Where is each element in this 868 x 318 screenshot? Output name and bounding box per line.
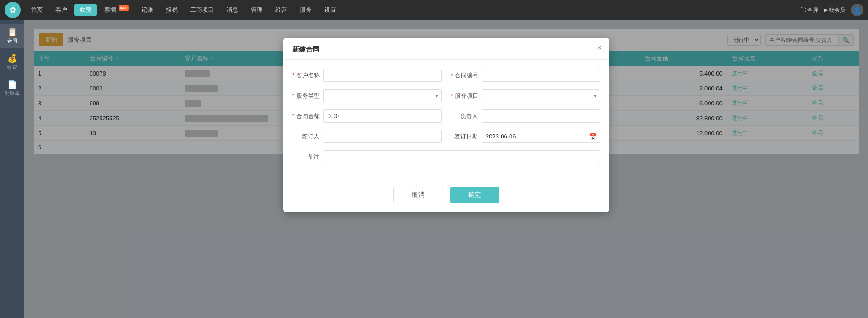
top-navigation: ✿ 首页 客户 收费 票据 new 记账 报税 工商项目 消息 管理 经营 服务… (0, 0, 868, 20)
nav-right: ⛶ 全屏 ▶ 畅会员 👤 (800, 4, 863, 16)
field-responsible-person: 负责人 (451, 109, 600, 123)
sidebar-item-billing[interactable]: 💰 收费 (0, 51, 24, 74)
nav-item-message[interactable]: 消息 (221, 4, 244, 16)
nav-item-invoice[interactable]: 票据 new (99, 4, 134, 16)
avatar[interactable]: 👤 (851, 4, 863, 16)
member-button[interactable]: ▶ 畅会员 (824, 6, 845, 14)
nav-item-business[interactable]: 工商项目 (185, 4, 219, 16)
modal-footer: 取消 确定 (283, 180, 609, 212)
left-sidebar: 📋 合同 💰 收费 📄 对账单 (0, 20, 24, 318)
form-row-4: 签订人 签订日期 📅 (292, 130, 600, 143)
modal-overlay: 新建合同 ✕ 客户名称 合同编号 (24, 20, 868, 318)
remarks-label: 备注 (292, 153, 319, 161)
responsible-person-label: 负责人 (451, 112, 478, 120)
billing-icon: 💰 (7, 54, 17, 62)
contract-no-label: 合同编号 (451, 71, 478, 80)
nav-items: 首页 客户 收费 票据 new 记账 报税 工商项目 消息 管理 经营 服务 设… (25, 4, 800, 16)
sidebar-item-statement-label: 对账单 (5, 90, 20, 97)
fullscreen-icon: ⛶ (800, 7, 806, 13)
form-row-5: 备注 (292, 150, 600, 163)
modal-body: 客户名称 合同编号 服务类型 (283, 60, 609, 180)
service-type-select[interactable] (323, 89, 442, 102)
nav-item-billing[interactable]: 收费 (74, 4, 97, 16)
member-icon: ▶ (824, 7, 828, 13)
modal-title: 新建合同 (283, 38, 609, 60)
service-item-select-wrapper (482, 89, 600, 102)
confirm-button[interactable]: 确定 (450, 187, 499, 203)
logo[interactable]: ✿ (5, 2, 21, 18)
sign-date-input[interactable] (482, 130, 600, 143)
form-row-1: 客户名称 合同编号 (292, 69, 600, 82)
field-remarks: 备注 (292, 150, 600, 163)
service-item-label: 服务项目 (451, 92, 478, 100)
sign-date-label: 签订日期 (451, 133, 478, 141)
nav-item-settings[interactable]: 设置 (319, 4, 342, 16)
customer-name-input[interactable] (323, 69, 442, 82)
modal-close-button[interactable]: ✕ (596, 44, 602, 52)
nav-item-operation[interactable]: 经营 (270, 4, 293, 16)
nav-item-customer[interactable]: 客户 (50, 4, 72, 16)
field-signer: 签订人 (292, 130, 442, 143)
field-customer-name: 客户名称 (292, 69, 442, 82)
field-contract-no: 合同编号 (451, 69, 600, 82)
statement-icon: 📄 (7, 81, 17, 89)
sidebar-item-contract-label: 合同 (7, 38, 17, 44)
fullscreen-button[interactable]: ⛶ 全屏 (800, 6, 818, 14)
contract-no-input[interactable] (482, 69, 600, 82)
main-layout: 📋 合同 💰 收费 📄 对账单 新增 服务项目 进行中 已完成 已终止 (0, 20, 868, 318)
service-item-select[interactable] (482, 89, 600, 102)
new-contract-modal: 新建合同 ✕ 客户名称 合同编号 (283, 38, 609, 212)
nav-item-home[interactable]: 首页 (25, 4, 48, 16)
service-type-select-wrapper (323, 89, 442, 102)
remarks-input[interactable] (323, 150, 600, 163)
cancel-button[interactable]: 取消 (393, 187, 443, 203)
sidebar-item-statement[interactable]: 📄 对账单 (0, 77, 24, 100)
field-contract-amount: 合同金额 (292, 109, 442, 123)
signer-input[interactable] (323, 130, 442, 143)
form-row-2: 服务类型 服务项目 (292, 89, 600, 102)
nav-item-tax[interactable]: 报税 (160, 4, 183, 16)
sign-date-wrapper: 📅 (482, 130, 600, 143)
nav-item-service[interactable]: 服务 (294, 4, 317, 16)
service-type-label: 服务类型 (292, 92, 320, 100)
content-area: 新增 服务项目 进行中 已完成 已终止 🔍 序号 合同编号 ↕ (24, 20, 868, 318)
contract-amount-input[interactable] (323, 109, 442, 123)
nav-item-management[interactable]: 管理 (246, 4, 268, 16)
contract-icon: 📋 (7, 28, 17, 36)
signer-label: 签订人 (292, 133, 319, 141)
sidebar-item-contract[interactable]: 📋 合同 (0, 24, 24, 48)
logo-icon: ✿ (10, 5, 16, 15)
sidebar-item-billing-label: 收费 (7, 64, 17, 71)
customer-name-label: 客户名称 (292, 71, 320, 80)
contract-amount-label: 合同金额 (292, 112, 320, 120)
responsible-person-input[interactable] (482, 109, 600, 123)
nav-item-accounting[interactable]: 记账 (136, 4, 159, 16)
field-sign-date: 签订日期 📅 (451, 130, 600, 143)
calendar-icon[interactable]: 📅 (589, 133, 597, 140)
field-service-item: 服务项目 (451, 89, 600, 102)
form-row-3: 合同金额 负责人 (292, 109, 600, 123)
user-icon: 👤 (854, 6, 861, 14)
new-badge: new (119, 5, 129, 11)
field-service-type: 服务类型 (292, 89, 442, 102)
